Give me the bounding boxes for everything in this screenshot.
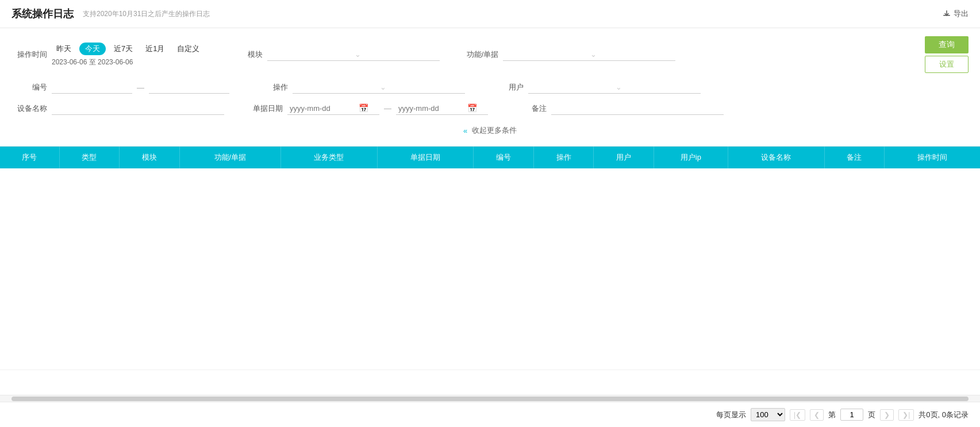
page-container: 系统操作日志 支持2020年10月31日之后产生的操作日志 导出 操作时间 昨天… bbox=[0, 0, 980, 427]
module-label: 模块 bbox=[227, 49, 267, 60]
number-end-input[interactable] bbox=[149, 81, 229, 94]
page-size-select[interactable]: 50 100 200 500 bbox=[751, 408, 785, 421]
module-chevron-icon: ⌄ bbox=[355, 50, 437, 59]
page-title: 系统操作日志 bbox=[11, 7, 74, 21]
collapse-chevron-icon: « bbox=[463, 126, 470, 135]
col-number: 编号 bbox=[474, 147, 533, 168]
time-btn-7days[interactable]: 近7天 bbox=[109, 43, 137, 55]
page-size-label: 每页显示 bbox=[716, 410, 746, 420]
number-label: 编号 bbox=[11, 82, 52, 93]
time-btn-1month[interactable]: 近1月 bbox=[141, 43, 169, 55]
pagination: 每页显示 50 100 200 500 |❮ ❮ 第 页 ❯ ❯| 共0页, 0… bbox=[0, 402, 980, 427]
remark-input[interactable] bbox=[551, 102, 724, 115]
time-btn-today[interactable]: 今天 bbox=[79, 43, 106, 55]
user-select[interactable]: ⌄ bbox=[528, 81, 701, 94]
page-label: 第 bbox=[828, 410, 836, 420]
col-device: 设备名称 bbox=[728, 147, 824, 168]
calendar-end-icon[interactable]: 📅 bbox=[467, 103, 477, 113]
collapse-label: 收起更多条件 bbox=[472, 125, 517, 136]
operation-select[interactable]: ⌄ bbox=[293, 81, 465, 94]
user-label: 用户 bbox=[488, 82, 528, 93]
calendar-start-icon[interactable]: 📅 bbox=[359, 103, 368, 113]
query-button[interactable]: 查询 bbox=[925, 36, 969, 53]
page-header: 系统操作日志 支持2020年10月31日之后产生的操作日志 导出 bbox=[0, 0, 980, 28]
time-range: 2023-06-06 至 2023-06-06 bbox=[52, 57, 204, 67]
time-label: 操作时间 bbox=[11, 49, 52, 60]
first-page-button[interactable]: |❮ bbox=[790, 409, 805, 421]
table-header: 序号 类型 模块 功能/单据 业务类型 单据日期 编号 操作 用户 用户ip 设… bbox=[0, 147, 980, 168]
table-body bbox=[0, 168, 980, 370]
function-label: 功能/单据 bbox=[463, 49, 503, 60]
doc-date-label: 单据日期 bbox=[247, 103, 287, 114]
page-number-input[interactable] bbox=[840, 409, 863, 421]
col-type: 类型 bbox=[59, 147, 119, 168]
table-container: 序号 类型 模块 功能/单据 业务类型 单据日期 编号 操作 用户 用户ip 设… bbox=[0, 147, 980, 395]
number-separator: — bbox=[137, 83, 144, 92]
operation-label: 操作 bbox=[252, 82, 293, 93]
svg-rect-1 bbox=[946, 10, 947, 15]
time-btn-yesterday[interactable]: 昨天 bbox=[52, 43, 76, 55]
col-biz-type: 业务类型 bbox=[281, 147, 378, 168]
function-select[interactable]: ⌄ bbox=[503, 48, 675, 61]
doc-date-start-input[interactable] bbox=[290, 104, 359, 113]
collapse-button[interactable]: « 收起更多条件 bbox=[456, 123, 524, 138]
col-operation: 操作 bbox=[533, 147, 593, 168]
doc-date-end[interactable]: 📅 bbox=[396, 102, 488, 115]
scroll-bar-area[interactable] bbox=[0, 395, 980, 402]
col-user: 用户 bbox=[594, 147, 654, 168]
filter-row-2: 编号 — 操作 ⌄ 用户 ⌄ bbox=[11, 81, 969, 94]
filter-row-3: 设备名称 单据日期 📅 — 📅 备注 bbox=[11, 102, 969, 115]
function-chevron-icon: ⌄ bbox=[590, 50, 673, 59]
table-header-row: 序号 类型 模块 功能/单据 业务类型 单据日期 编号 操作 用户 用户ip 设… bbox=[0, 147, 980, 168]
device-input[interactable] bbox=[52, 102, 224, 115]
time-filter: 昨天 今天 近7天 近1月 自定义 2023-06-06 至 2023-06-0… bbox=[52, 43, 204, 67]
user-chevron-icon: ⌄ bbox=[616, 83, 698, 91]
col-seq: 序号 bbox=[0, 147, 59, 168]
filter-row-1: 操作时间 昨天 今天 近7天 近1月 自定义 2023-06-06 至 2023… bbox=[11, 36, 969, 73]
operation-chevron-icon: ⌄ bbox=[380, 83, 463, 91]
empty-row bbox=[0, 168, 980, 370]
number-start-input[interactable] bbox=[52, 81, 132, 94]
remark-label: 备注 bbox=[511, 103, 551, 114]
empty-cell bbox=[0, 168, 980, 370]
time-buttons: 昨天 今天 近7天 近1月 自定义 bbox=[52, 43, 204, 55]
last-page-button[interactable]: ❯| bbox=[898, 409, 914, 421]
col-remark: 备注 bbox=[824, 147, 884, 168]
doc-date-start[interactable]: 📅 bbox=[287, 102, 379, 115]
doc-date-end-input[interactable] bbox=[398, 104, 467, 113]
col-function: 功能/单据 bbox=[179, 147, 280, 168]
page-unit: 页 bbox=[868, 410, 875, 420]
settings-button[interactable]: 设置 bbox=[925, 56, 969, 73]
export-icon bbox=[942, 9, 951, 18]
action-buttons: 查询 设置 bbox=[925, 36, 969, 73]
export-button[interactable]: 导出 bbox=[942, 9, 969, 19]
col-op-time: 操作时间 bbox=[884, 147, 980, 168]
col-doc-date: 单据日期 bbox=[377, 147, 474, 168]
col-user-ip: 用户ip bbox=[654, 147, 728, 168]
collapse-row: « 收起更多条件 bbox=[11, 123, 969, 138]
scroll-bar[interactable] bbox=[11, 397, 969, 401]
col-module: 模块 bbox=[120, 147, 179, 168]
next-page-button[interactable]: ❯ bbox=[880, 409, 894, 421]
module-select[interactable]: ⌄ bbox=[267, 48, 440, 61]
device-label: 设备名称 bbox=[11, 103, 52, 114]
data-table: 序号 类型 模块 功能/单据 业务类型 单据日期 编号 操作 用户 用户ip 设… bbox=[0, 147, 980, 370]
time-btn-custom[interactable]: 自定义 bbox=[172, 43, 204, 55]
filter-area: 操作时间 昨天 今天 近7天 近1月 自定义 2023-06-06 至 2023… bbox=[0, 28, 980, 147]
total-info: 共0页, 0条记录 bbox=[918, 410, 969, 420]
doc-date-separator: — bbox=[384, 104, 391, 113]
page-subtitle: 支持2020年10月31日之后产生的操作日志 bbox=[83, 9, 210, 19]
prev-page-button[interactable]: ❮ bbox=[810, 409, 824, 421]
